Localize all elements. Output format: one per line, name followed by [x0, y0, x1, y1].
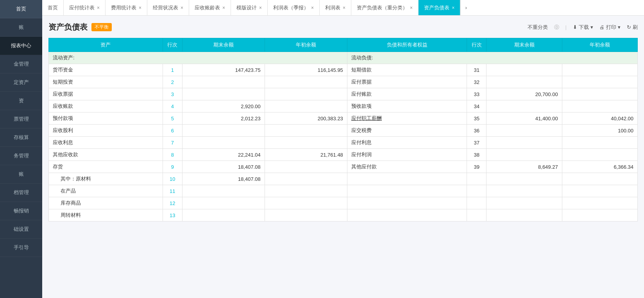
end-balance-left — [182, 88, 265, 100]
tab-payable[interactable]: 应付统计表 × — [64, 0, 106, 16]
tab-receivable-age-close[interactable]: × — [222, 5, 225, 11]
tab-expense-close[interactable]: × — [139, 5, 141, 11]
begin-balance-right — [562, 185, 637, 197]
begin-balance-left — [265, 100, 347, 112]
tab-profit-quarter-close[interactable]: × — [311, 5, 314, 11]
tab-profit-close[interactable]: × — [343, 5, 345, 11]
tab-template-label: 模版设计 — [236, 4, 257, 11]
tab-balance[interactable]: 资产负债表 × — [419, 0, 460, 16]
row-num-right — [467, 173, 487, 185]
begin-balance-right — [562, 137, 637, 149]
tab-profit-quarter[interactable]: 利润表（季报） × — [268, 0, 320, 16]
sidebar-item-fund[interactable]: 金管理 — [0, 55, 42, 73]
refresh-button[interactable]: ↻ 刷 — [627, 24, 638, 31]
row-num-right: 31 — [467, 64, 487, 76]
tab-template[interactable]: 模版设计 × — [231, 0, 268, 16]
tab-expense[interactable]: 费用统计表 × — [106, 0, 147, 16]
row-num-right: 33 — [467, 88, 487, 100]
print-icon: 🖨 — [599, 24, 605, 30]
download-button[interactable]: ⬇ 下载 ▾ — [573, 24, 593, 31]
row-num-right — [467, 197, 487, 209]
tab-template-close[interactable]: × — [259, 5, 262, 11]
tab-next-arrow[interactable]: › — [460, 0, 471, 16]
table-row: 应收账款 4 2,920.00 预收款项 34 — [49, 100, 638, 112]
end-balance-left: 18,407.08 — [182, 173, 265, 185]
row-num-right — [467, 209, 487, 221]
asset-name: 应收票据 — [49, 88, 163, 100]
begin-balance-left — [265, 137, 347, 149]
begin-balance-left — [265, 173, 347, 185]
row-num-right: 35 — [467, 112, 487, 125]
end-balance-right: 41,400.00 — [487, 112, 562, 125]
begin-balance-left: 116,145.95 — [265, 64, 347, 76]
table-row: 库存商品 12 — [49, 197, 638, 209]
tab-operations[interactable]: 经营状况表 × — [147, 0, 189, 16]
table-row: 其中：原材料 10 18,407.08 — [49, 173, 638, 185]
begin-balance-left — [265, 185, 347, 197]
end-balance-left — [182, 76, 265, 88]
row-num-left: 11 — [163, 185, 182, 197]
end-balance-right: 8,649.27 — [487, 161, 562, 173]
help-icon[interactable]: ⓪ — [554, 24, 559, 31]
col-header-liability: 负债和所有者权益 — [347, 38, 467, 52]
sidebar-item-accounts[interactable]: 账 — [0, 165, 42, 184]
asset-name: 应收利息 — [49, 137, 163, 149]
tab-profit[interactable]: 利润表 × — [320, 0, 351, 16]
liability-name: 应付票据 — [347, 76, 467, 88]
sidebar-item-sales[interactable]: 畅报销 — [0, 202, 42, 220]
sidebar-item-file[interactable]: 档管理 — [0, 184, 42, 202]
row-num-left: 8 — [163, 149, 182, 161]
begin-balance-right: 40,042.00 — [562, 112, 637, 125]
end-balance-right — [487, 149, 562, 161]
end-balance-left — [182, 137, 265, 149]
end-balance-right — [487, 125, 562, 137]
tab-balance-label: 资产负债表 — [424, 4, 449, 11]
classify-button[interactable]: 不重分类 — [528, 24, 548, 31]
tab-operations-close[interactable]: × — [181, 5, 183, 11]
tab-payable-close[interactable]: × — [97, 5, 100, 11]
table-row: 预付款项 5 2,012.23 200,383.23 应付职工薪酬 35 41,… — [49, 112, 638, 125]
begin-balance-right — [562, 209, 637, 221]
table-row: 在产品 11 — [49, 185, 638, 197]
sidebar-item-settings[interactable]: 础设置 — [0, 220, 42, 239]
page-title-area: 资产负债表 不平衡 — [48, 22, 112, 32]
begin-balance-left: 200,383.23 — [265, 112, 347, 125]
sidebar-item-home[interactable]: 首页 — [0, 0, 42, 18]
row-num-left: 10 — [163, 173, 182, 185]
begin-balance-left — [265, 197, 347, 209]
end-balance-right — [487, 173, 562, 185]
row-num-left: 7 — [163, 137, 182, 149]
main-area: 首页 应付统计表 × 费用统计表 × 经营状况表 × 应收账龄表 × 模版设计 … — [42, 0, 644, 298]
sidebar-item-guide[interactable]: 手引导 — [0, 239, 42, 257]
sidebar-item-report-center[interactable]: 报表中心 — [0, 37, 42, 55]
sidebar-item-investment[interactable]: 资 — [0, 92, 42, 110]
row-num-left: 12 — [163, 197, 182, 209]
sidebar-item-fixed-assets[interactable]: 定资产 — [0, 73, 42, 92]
sidebar-item-ledger[interactable]: 账 — [0, 18, 42, 37]
tab-receivable-age[interactable]: 应收账龄表 × — [189, 0, 231, 16]
table-row: 应收利息 7 应付利息 37 — [49, 137, 638, 149]
asset-name: 其中：原材料 — [49, 173, 163, 185]
row-num-left: 13 — [163, 209, 182, 221]
tab-home[interactable]: 首页 — [42, 0, 64, 16]
liability-name: 预收款项 — [347, 100, 467, 112]
end-balance-left — [182, 185, 265, 197]
tab-home-label: 首页 — [48, 4, 58, 11]
table-row: 货币资金 1 147,423.75 116,145.95 短期借款 31 — [49, 64, 638, 76]
tab-balance-close[interactable]: × — [452, 5, 454, 11]
print-button[interactable]: 🖨 打印 ▾ — [599, 24, 621, 31]
table-row: 应收股利 6 应交税费 36 100.00 — [49, 125, 638, 137]
col-header-begin-left: 年初余额 — [265, 38, 347, 52]
liability-name: 短期借款 — [347, 64, 467, 76]
sidebar-item-expense[interactable]: 务管理 — [0, 147, 42, 165]
end-balance-right — [487, 64, 562, 76]
sidebar-item-inventory[interactable]: 存核算 — [0, 128, 42, 147]
tab-balance-reclassified-close[interactable]: × — [410, 5, 413, 11]
refresh-icon: ↻ — [627, 24, 631, 30]
liability-name: 其他应付款 — [347, 161, 467, 173]
end-balance-right — [487, 100, 562, 112]
liability-name: 应付账款 — [347, 88, 467, 100]
liability-name: 应付利润 — [347, 149, 467, 161]
tab-balance-reclassified[interactable]: 资产负债表（重分类） × — [351, 0, 419, 16]
sidebar-item-bill[interactable]: 票管理 — [0, 110, 42, 128]
